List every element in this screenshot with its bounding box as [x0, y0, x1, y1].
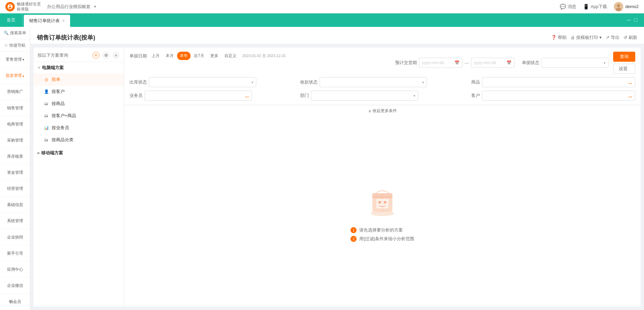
settings-scheme-btn[interactable]: ⚙ [102, 52, 110, 59]
sidebar-item-label-system: 系统管理 [7, 218, 23, 224]
product-select[interactable]: ... [482, 77, 635, 87]
user-avatar [614, 2, 623, 11]
collapse-panel-btn[interactable]: « [112, 52, 120, 59]
warehouse-filter: 出库状态 ▾ [129, 77, 293, 87]
tree-item-by-order[interactable]: ⊙ 按单 [34, 73, 124, 86]
product-dots-btn[interactable]: ... [628, 80, 632, 85]
date-filter-group: 单据日期 上月 本月 本年 近7天 更多 自定义 2023-01-01 至 20… [129, 52, 286, 60]
time-btn-this-year[interactable]: 本年 [177, 52, 191, 60]
payment-caret-icon: ▾ [422, 81, 424, 84]
payment-select[interactable]: ▾ [320, 77, 427, 87]
sidebar-item-appstore[interactable]: 应用中心 [0, 262, 30, 278]
time-btn-last-month[interactable]: 上月 [149, 52, 162, 60]
tree-icon-by-product: 🗂 [43, 100, 50, 107]
help-btn[interactable]: ❓ 帮助 [551, 35, 567, 41]
tree-icon-by-salesperson: 📊 [43, 124, 50, 131]
calendar-icon-end: 📅 [506, 60, 512, 65]
sidebar: 🔍 搜索菜单 ☆ 快捷导航 零售管理 ▾ 批发管理 ▴ 营销推广 销售管理 电商… [0, 27, 30, 310]
tree-item-by-salesperson[interactable]: 📊 按业务员 [34, 122, 124, 134]
top-bar-right: 💬 消息 📱 App下载 demo2 [560, 2, 639, 11]
tree-category-mobile[interactable]: ▶ 移动端方案 [34, 147, 124, 159]
tab-maximize-icon[interactable]: □ [634, 17, 637, 23]
tree-category-pc[interactable]: ▼ 电脑端方案 [34, 62, 124, 73]
app-download-btn[interactable]: 📱 App下载 [583, 4, 607, 10]
customer-label: 客户 [471, 93, 480, 99]
sidebar-search-nav[interactable]: 🔍 搜索菜单 [0, 27, 30, 39]
sidebar-item-marketing[interactable]: 营销推广 [0, 84, 30, 100]
sidebar-item-member[interactable]: 畅会员 [0, 294, 30, 310]
sidebar-item-label-enterprise: 企业协同 [7, 235, 23, 240]
warehouse-select[interactable]: ▾ [149, 77, 256, 87]
sidebar-item-system[interactable]: 系统管理 [0, 213, 30, 229]
date-separator: — [465, 60, 469, 65]
help-icon: ❓ [551, 35, 556, 40]
sidebar-quick-nav[interactable]: ☆ 快捷导航 [0, 39, 30, 52]
expected-date-start-input[interactable]: yyyy-mm-dd 📅 [419, 58, 463, 68]
sidebar-item-wechat[interactable]: 企业微信 [0, 278, 30, 294]
sidebar-item-basic[interactable]: 基础信息 [0, 197, 30, 213]
logo-area[interactable]: 畅捷通好生意 标准版 [5, 2, 41, 11]
sidebar-item-operation[interactable]: 经营管理 [0, 181, 30, 197]
time-btn-this-month[interactable]: 本月 [163, 52, 176, 60]
tab-bar-right: ─ □ [627, 17, 637, 23]
tree-item-by-category[interactable]: 🗂 按商品分类 [34, 134, 124, 146]
tab-minimize-icon[interactable]: ─ [627, 17, 631, 23]
sidebar-item-purchase[interactable]: 采购管理 [0, 133, 30, 149]
sidebar-item-label-purchase: 采购管理 [7, 138, 23, 143]
time-btn-custom[interactable]: 自定义 [222, 52, 239, 60]
left-panel: 按以下方案查询 + ⚙ « ▼ 电脑端方案 ⊙ 按单 [34, 48, 124, 307]
sidebar-item-inventory[interactable]: 库存核算 [0, 149, 30, 165]
tab-home[interactable]: 首页 [0, 13, 22, 27]
print-template-btn[interactable]: 🖨 按模板打印 ▾ [571, 35, 602, 41]
page-title: 销售订单统计表(按单) [37, 34, 95, 42]
doc-status-select[interactable]: ▾ [541, 58, 608, 68]
tree-item-by-customer-product[interactable]: 🗂 按客户+商品 [34, 110, 124, 122]
refresh-btn[interactable]: ↺ 刷新 [624, 35, 637, 41]
sidebar-item-enterprise[interactable]: 企业协同 [0, 229, 30, 245]
add-scheme-btn[interactable]: + [92, 52, 100, 59]
filter-row-3: 业务员 ... 部门 ▾ [129, 91, 635, 101]
salesperson-select[interactable]: ... [145, 91, 252, 101]
app-logo-icon [5, 2, 15, 11]
tab-active[interactable]: 销售订单统计表 × [24, 15, 70, 27]
user-area[interactable]: demo2 [614, 2, 639, 11]
warehouse-caret-icon: ▾ [252, 81, 253, 84]
filter-row-2: 出库状态 ▾ 收款状态 ▾ [129, 77, 635, 87]
time-btn-more[interactable]: 更多 [208, 52, 221, 60]
sidebar-item-label-member: 畅会员 [9, 299, 21, 305]
query-btn[interactable]: 查询 [613, 52, 635, 62]
sidebar-item-wholesale[interactable]: 批发管理 ▴ [0, 68, 30, 84]
empty-state-tips: 1 请先选择要分析的方案 2 用[过滤]条件来缩小分析范围 [351, 227, 414, 242]
settings-btn[interactable]: 设置 [613, 64, 635, 74]
sidebar-item-label-appstore: 应用中心 [7, 267, 23, 272]
calendar-icon-start: 📅 [454, 60, 460, 65]
breadcrumb-dropdown-icon[interactable]: ▾ [94, 4, 96, 9]
salesperson-dots-btn[interactable]: ... [245, 93, 249, 98]
filter-actions: 查询 设置 [613, 52, 635, 74]
customer-dots-btn[interactable]: ... [628, 93, 632, 98]
download-icon: 📱 [583, 4, 589, 10]
chevron-down-icon-retail: ▾ [22, 58, 24, 61]
tab-close-btn[interactable]: × [62, 18, 65, 23]
sidebar-item-sales[interactable]: 销售管理 [0, 100, 30, 116]
sidebar-item-retail[interactable]: 零售管理 ▾ [0, 52, 30, 68]
date-label: 单据日期 [129, 53, 147, 59]
tree-item-by-customer[interactable]: 👤 按客户 [34, 86, 124, 98]
top-bar: 畅捷通好生意 标准版 办公用品行业模拟账套 ▾ 💬 消息 📱 App下载 dem… [0, 0, 644, 13]
sidebar-item-guide[interactable]: 新手引导 [0, 246, 30, 262]
tree-mobile-expand-triangle: ▶ [38, 151, 40, 155]
export-btn[interactable]: ↗ 导出 [606, 35, 620, 41]
breadcrumb-title: 办公用品行业模拟账套 [47, 4, 91, 10]
time-btn-7days[interactable]: 近7天 [191, 52, 207, 60]
message-btn[interactable]: 💬 消息 [560, 4, 576, 10]
message-icon: 💬 [560, 4, 566, 10]
department-select[interactable]: ▾ [311, 91, 418, 101]
page-header: 销售订单统计表(按单) ❓ 帮助 🖨 按模板打印 ▾ ↗ 导出 ↺ 刷新 [30, 27, 644, 44]
customer-select[interactable]: ... [482, 91, 635, 101]
tree-item-by-product[interactable]: 🗂 按商品 [34, 98, 124, 110]
sidebar-item-finance[interactable]: 资金管理 [0, 165, 30, 181]
logo-text: 畅捷通好生意 标准版 [17, 2, 41, 11]
collapse-bar[interactable]: ∧ 收起更多条件 [124, 105, 641, 116]
expected-date-end-input[interactable]: yyyy-mm-dd 📅 [471, 58, 515, 68]
sidebar-item-ecommerce[interactable]: 电商管理 [0, 116, 30, 133]
